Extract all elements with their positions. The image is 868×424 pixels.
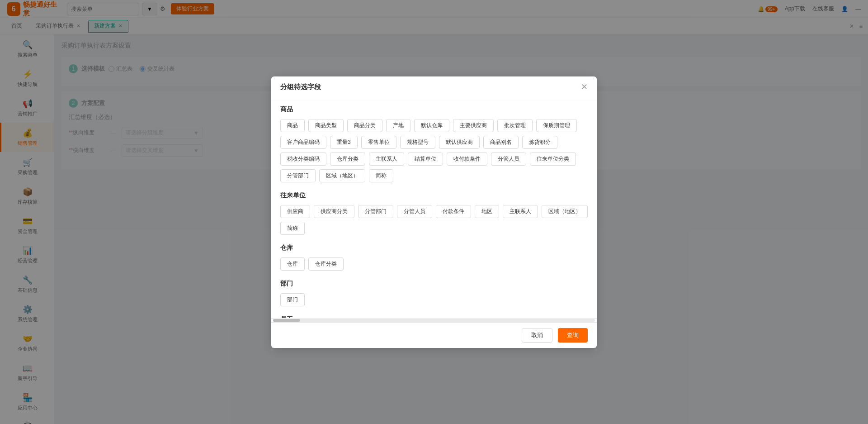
modal-overlay: 分组待选字段 ✕ 商品商品商品类型商品分类产地默认仓库主要供应商批次管理保质期管…: [0, 0, 868, 424]
field-tag[interactable]: 地区: [475, 205, 499, 218]
modal-footer: 取消 查询: [271, 322, 597, 348]
field-tag[interactable]: 区域（地区）: [319, 169, 365, 182]
confirm-button[interactable]: 查询: [558, 328, 588, 343]
field-group-往来单位: 供应商供应商分类分管部门分管人员付款条件地区主联系人区域（地区）简称: [280, 205, 588, 235]
field-tag[interactable]: 简称: [369, 169, 393, 182]
cancel-button[interactable]: 取消: [522, 328, 552, 343]
section-title-仓库: 仓库: [280, 244, 588, 252]
field-tag[interactable]: 供应商: [280, 205, 310, 218]
field-tag[interactable]: 炼货积分: [522, 136, 557, 149]
field-group-部门: 部门: [280, 293, 588, 306]
field-group-商品: 商品商品类型商品分类产地默认仓库主要供应商批次管理保质期管理客户商品编码重量3零…: [280, 119, 588, 182]
field-select-modal: 分组待选字段 ✕ 商品商品商品类型商品分类产地默认仓库主要供应商批次管理保质期管…: [271, 76, 597, 348]
modal-body[interactable]: 商品商品商品类型商品分类产地默认仓库主要供应商批次管理保质期管理客户商品编码重量…: [271, 98, 597, 318]
field-tag[interactable]: 简称: [280, 222, 305, 235]
field-tag[interactable]: 商品分类: [347, 119, 382, 132]
section-title-往来单位: 往来单位: [280, 191, 588, 200]
field-tag[interactable]: 往来单位分类: [530, 152, 576, 166]
field-tag[interactable]: 主要供应商: [453, 119, 494, 132]
field-group-仓库: 仓库仓库分类: [280, 257, 588, 271]
modal-close-button[interactable]: ✕: [581, 83, 588, 91]
field-tag[interactable]: 商品别名: [483, 136, 519, 149]
field-tag[interactable]: 默认仓库: [414, 119, 449, 132]
section-title-商品: 商品: [280, 105, 588, 114]
section-title-部门: 部门: [280, 280, 588, 288]
field-tag[interactable]: 规格型号: [400, 136, 435, 149]
field-tag[interactable]: 分管部门: [358, 205, 393, 218]
field-tag[interactable]: 零售单位: [361, 136, 396, 149]
field-tag[interactable]: 客户商品编码: [280, 136, 326, 149]
field-tag[interactable]: 分管部门: [280, 169, 316, 182]
field-tag[interactable]: 部门: [280, 293, 305, 306]
field-tag[interactable]: 付款条件: [436, 205, 471, 218]
field-tag[interactable]: 供应商分类: [314, 205, 354, 218]
field-tag[interactable]: 分管人员: [397, 205, 432, 218]
field-tag[interactable]: 仓库分类: [308, 257, 344, 271]
field-tag[interactable]: 分管人员: [491, 152, 526, 166]
field-tag[interactable]: 税收分类编码: [280, 152, 326, 166]
field-tag[interactable]: 批次管理: [497, 119, 533, 132]
field-tag[interactable]: 结算单位: [408, 152, 443, 166]
field-tag[interactable]: 主联系人: [503, 205, 538, 218]
field-tag[interactable]: 收付款条件: [447, 152, 487, 166]
field-tag[interactable]: 默认供应商: [439, 136, 480, 149]
field-tag[interactable]: 保质期管理: [536, 119, 577, 132]
modal-header: 分组待选字段 ✕: [271, 76, 597, 98]
modal-title: 分组待选字段: [280, 83, 321, 91]
field-tag[interactable]: 重量3: [330, 136, 358, 149]
field-tag[interactable]: 产地: [386, 119, 410, 132]
field-tag[interactable]: 主联系人: [369, 152, 404, 166]
field-tag[interactable]: 商品类型: [308, 119, 344, 132]
field-tag[interactable]: 区域（地区）: [542, 205, 588, 218]
modal-horizontal-scrollbar[interactable]: [271, 318, 597, 322]
field-tag[interactable]: 商品: [280, 119, 305, 132]
field-tag[interactable]: 仓库分类: [330, 152, 365, 166]
field-tag[interactable]: 仓库: [280, 257, 305, 271]
